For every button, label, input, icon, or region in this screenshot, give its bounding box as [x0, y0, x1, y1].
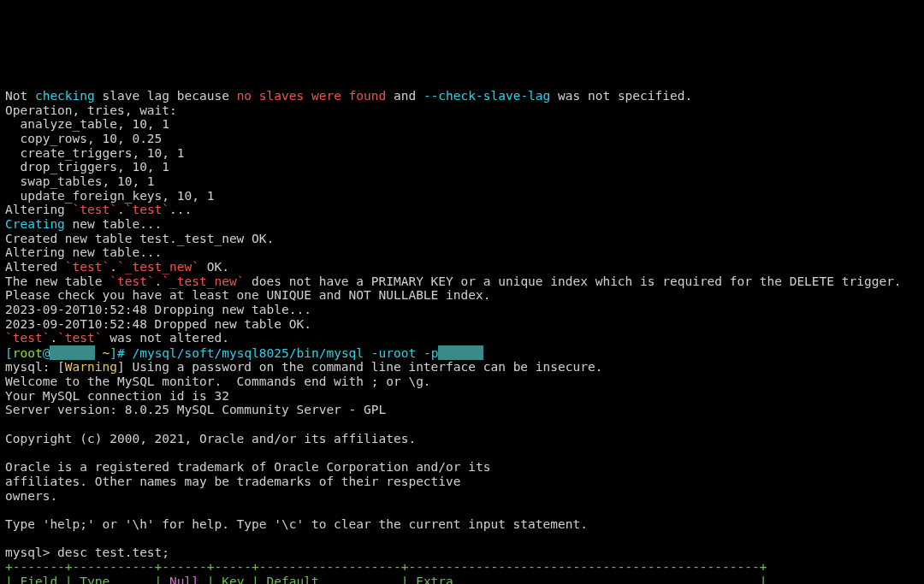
line: `test`.`test` was not altered.: [5, 331, 229, 345]
line: analyze_table, 10, 1: [5, 117, 169, 131]
mysql-prompt-line: mysql> desc test.test;: [5, 546, 169, 559]
line: drop_triggers, 10, 1: [5, 160, 169, 174]
command-input[interactable]: /mysql/soft/mysql8025/bin/mysql -uroot -…: [132, 346, 438, 360]
line: The new table `test`.`_test_new` does no…: [5, 274, 902, 288]
redacted-hostname: xxxxxx: [50, 345, 94, 360]
line: Type 'help;' or '\h' for help. Type '\c'…: [5, 517, 588, 531]
line: Copyright (c) 2000, 2021, Oracle and/or …: [5, 432, 416, 445]
line: copy_rows, 10, 0.25: [5, 132, 162, 145]
line: Altered `test`.`_test_new` OK.: [5, 260, 229, 274]
line: Altering `test`.`test`...: [5, 203, 192, 216]
line: Oracle is a registered trademark of Orac…: [5, 460, 490, 474]
line: affiliates. Other names may be trademark…: [5, 475, 461, 488]
line: Your MySQL connection id is 32: [5, 389, 229, 403]
line: Created new table test._test_new OK.: [5, 232, 274, 245]
table-header: | Field | Type | Null | Key | Default | …: [5, 575, 767, 584]
line: update_foreign_keys, 10, 1: [5, 189, 214, 203]
line: 2023-09-20T10:52:48 Dropping new table..…: [5, 303, 311, 316]
line: mysql: [Warning] Using a password on the…: [5, 360, 602, 374]
line: Welcome to the MySQL monitor. Commands e…: [5, 375, 431, 388]
sql-command[interactable]: desc test.test;: [57, 546, 169, 559]
line: owners.: [5, 489, 57, 503]
line: Operation, tries, wait:: [5, 103, 177, 117]
line: 2023-09-20T10:52:48 Dropped new table OK…: [5, 317, 311, 331]
line: swap_tables, 10, 1: [5, 174, 155, 188]
terminal-output[interactable]: Not checking slave lag because no slaves…: [0, 71, 924, 584]
line: Server version: 8.0.25 MySQL Community S…: [5, 403, 386, 416]
line: Altering new table...: [5, 245, 162, 259]
redacted-password: xxxxxx: [438, 345, 483, 360]
line: Please check you have at least one UNIQU…: [5, 288, 490, 302]
shell-prompt-line: [root@xxxxxx ~]# /mysql/soft/mysql8025/b…: [5, 346, 483, 360]
line: create_triggers, 10, 1: [5, 146, 185, 160]
line: Creating new table...: [5, 217, 162, 231]
line: Not checking slave lag because no slaves…: [5, 89, 692, 103]
table-separator: +-------+-----------+------+-----+------…: [5, 560, 767, 574]
